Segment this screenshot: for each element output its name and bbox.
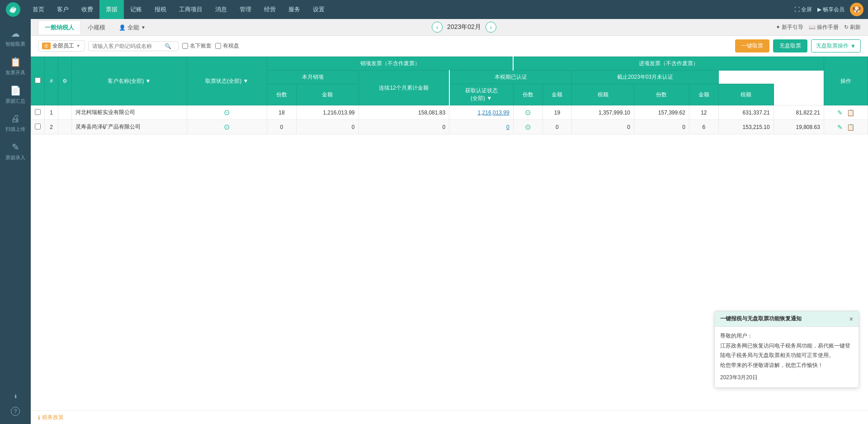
nav-right: ⛶ 全屏 ▶ 畅享会员 🐶 [794, 3, 863, 16]
select-all-checkbox[interactable] [35, 77, 41, 83]
row-uncert-count: 6 [689, 120, 718, 134]
fullscreen-btn[interactable]: ⛶ 全屏 [794, 6, 812, 14]
row-index: 1 [45, 105, 58, 120]
tab-all-capable[interactable]: 👤 全能 ▼ [112, 20, 152, 34]
next-month-btn[interactable]: › [486, 22, 496, 33]
invoice-table: # ⚙ 客户名称(全部) ▼ 取票状态(全部) ▼ 销项发票（不含作废票） 进项… [31, 57, 868, 134]
nav-item-service[interactable]: 服务 [282, 0, 307, 19]
row-uncert-tax: 81,822.21 [774, 105, 824, 120]
row-action: ✎ 📋 [824, 105, 868, 120]
no-disk-fetch-btn[interactable]: 无盘取票 [773, 39, 807, 52]
nav-item-customers[interactable]: 客户 [51, 0, 75, 19]
tax-policy-link[interactable]: 税务政策 [42, 414, 64, 421]
nav-item-billing[interactable]: 收费 [75, 0, 99, 19]
notification-scroll[interactable]: 尊敬的用户： 江苏政务网已恢复访问电子税务局功能，易代账一键登陆电子税务局与无盘… [715, 327, 859, 387]
sidebar-item-scan-upload[interactable]: 🖨 扫描上传 [0, 109, 31, 137]
col-customer-header[interactable]: 客户名称(全部) ▼ [72, 57, 187, 105]
cumulative-link[interactable]: 0 [506, 124, 509, 130]
nav-item-operations[interactable]: 经营 [258, 0, 282, 19]
no-disk-ops-btn[interactable]: 无盘取票操作 ▼ [811, 39, 861, 52]
my-accounts-checkbox[interactable] [182, 43, 188, 49]
nav-item-messages[interactable]: 消息 [209, 0, 233, 19]
tabs-left: 一般纳税人 小规模 👤 全能 ▼ [31, 20, 160, 34]
row-cumulative[interactable]: 1,216,013.99 [449, 105, 514, 120]
col-cert-status[interactable]: 获取认证状态(全部) ▼ [449, 84, 514, 105]
vip-btn[interactable]: ▶ 畅享会员 [817, 6, 844, 14]
checkbox-my-accounts[interactable]: 名下账套 [182, 42, 212, 50]
header-right: ✦ 新手引导 📖 操作手册 ↻ 刷新 [769, 24, 868, 31]
sidebar-item-smart-fetch[interactable]: ☁ 智能取票 [0, 24, 31, 52]
search-input[interactable] [92, 43, 165, 49]
controls-row: 全 全部员工 ▼ 🔍 名下账套 有税盘 一键取票 无盘取票 无盘取票操作 [31, 36, 868, 57]
col-fetch-status-header[interactable]: 取票状态(全部) ▼ [187, 57, 267, 105]
col-index-header: # [45, 57, 58, 105]
row-checkbox[interactable] [31, 120, 45, 134]
view-btn[interactable]: 📋 [847, 124, 854, 131]
header-area: 一般纳税人 小规模 👤 全能 ▼ ‹ 2023年02月 › ✦ [31, 19, 868, 36]
notification-date: 2023年3月20日 [720, 373, 853, 383]
nav-item-home[interactable]: 首页 [26, 0, 51, 19]
cloud-icon: ☁ [11, 28, 20, 39]
current-date: 2023年02月 [447, 23, 481, 31]
row-uncert-amount: 631,337.21 [718, 105, 774, 120]
row-sales-tax: 158,081.83 [359, 105, 449, 120]
search-icon[interactable]: 🔍 [165, 43, 171, 49]
checkbox-has-tax-disk[interactable]: 有税盘 [215, 42, 239, 50]
sidebar-item-invoice-summary[interactable]: 📄 票据汇总 [0, 81, 31, 109]
edit-btn[interactable]: ✎ [837, 124, 843, 131]
nav-item-tax[interactable]: 报税 [148, 0, 173, 19]
printer-icon: 🖨 [11, 114, 20, 124]
employee-select[interactable]: 全 全部员工 ▼ [38, 40, 85, 52]
row-sales-tax: 0 [359, 120, 449, 134]
nav-item-management[interactable]: 管理 [233, 0, 258, 19]
search-box: 🔍 [88, 41, 179, 51]
sidebar-item-data-entry[interactable]: ✎ 票据录入 [0, 137, 31, 166]
new-guide-btn[interactable]: ✦ 新手引导 [776, 24, 803, 31]
tab-small-scale[interactable]: 小规模 [81, 20, 112, 34]
user-avatar[interactable]: 🐶 [850, 3, 863, 16]
col-sales-amount: 金额 [296, 84, 359, 105]
nav-item-accounting[interactable]: 记账 [124, 0, 148, 19]
download-icon: ⬇ [14, 394, 18, 400]
help-icon: ? [11, 407, 20, 416]
view-btn[interactable]: 📋 [847, 109, 854, 116]
row-uncert-amount: 153,215.10 [718, 120, 774, 134]
notification-body2: 给您带来的不便敬请谅解，祝您工作愉快！ [720, 361, 853, 371]
has-tax-disk-checkbox[interactable] [215, 43, 221, 49]
employee-badge: 全 [42, 43, 51, 49]
sidebar-help-btn[interactable]: ? [9, 403, 22, 419]
edit-btn[interactable]: ✎ [837, 109, 843, 116]
row-gear [58, 120, 72, 134]
sales-group-header: 销项发票（不含作废票） [267, 57, 514, 71]
tab-general-taxpayer[interactable]: 一般纳税人 [38, 20, 81, 34]
row-checkbox[interactable] [31, 105, 45, 120]
one-click-fetch-btn[interactable]: 一键取票 [735, 39, 769, 52]
manual-btn[interactable]: 📖 操作手册 [809, 24, 839, 31]
row-gear [58, 105, 72, 120]
col-checkbox-header [31, 57, 45, 105]
chevron-down-icon: ▼ [141, 25, 146, 30]
row-cert-tax: 157,399.62 [634, 105, 689, 120]
notification-close-btn[interactable]: × [849, 315, 853, 323]
nav-item-settings[interactable]: 设置 [307, 0, 331, 19]
row-cert-amount: 0 [572, 120, 634, 134]
col-action-header: 操作 [824, 57, 868, 105]
row-fetch-status: ⊙ [187, 120, 267, 134]
cert-status-icon: ⊙ [525, 109, 531, 116]
nav-item-invoices[interactable]: 票据 [99, 0, 124, 19]
cumulative-link[interactable]: 1,216,013.99 [478, 110, 509, 116]
row-cumulative[interactable]: 0 [449, 120, 514, 134]
notification-body: 尊敬的用户： 江苏政务网已恢复访问电子税务局功能，易代账一键登陆电子税务局与无盘… [715, 327, 859, 387]
book-icon: 📖 [809, 24, 816, 30]
col-cert-count: 份数 [513, 84, 542, 105]
col-sales-count: 份数 [267, 84, 297, 105]
refresh-btn[interactable]: ↻ 刷新 [844, 24, 861, 31]
month-sales-subheader: 本月销项 [267, 71, 359, 84]
nav-item-business[interactable]: 工商项目 [173, 0, 209, 19]
sidebar-item-issue-invoice[interactable]: 📋 发票开具 [0, 52, 31, 81]
fetch-status-icon: ⊙ [224, 123, 230, 131]
app-logo[interactable] [5, 1, 22, 18]
col-uncert-tax: 税额 [718, 84, 774, 105]
prev-month-btn[interactable]: ‹ [432, 22, 443, 33]
sidebar-download-btn[interactable]: ⬇ [9, 390, 22, 403]
